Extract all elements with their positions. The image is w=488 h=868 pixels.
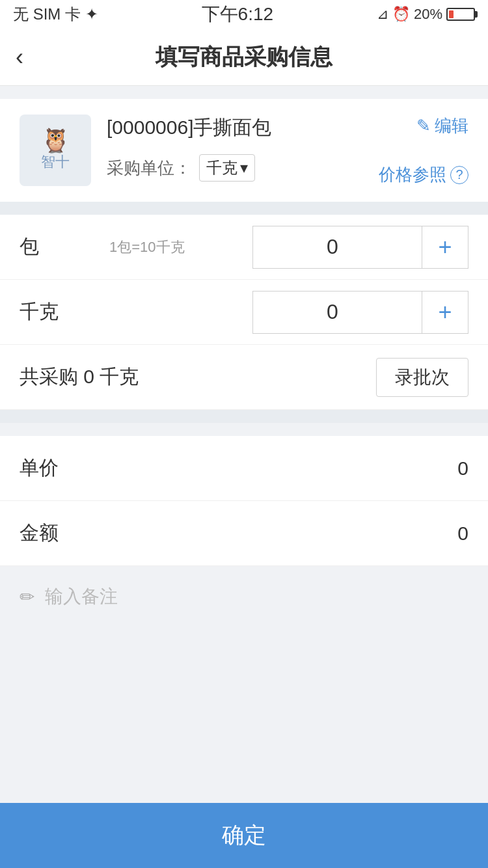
back-button[interactable]: ‹ [16,44,23,71]
info-section: 单价 0 金额 0 [0,436,488,566]
unit-price-value: 0 [457,457,468,480]
kg-label: 千克 [20,299,104,325]
kg-quantity-input[interactable] [252,291,422,334]
section-divider-1 [0,202,488,215]
edit-label: 编辑 [435,115,468,137]
unit-value: 千克 [206,157,237,178]
summary-row: 共采购 0 千克 录批次 [0,345,488,410]
dropdown-icon: ▾ [240,159,248,177]
unit-select[interactable]: 千克 ▾ [199,154,255,182]
product-card: 🦉 智十 [0000006]手撕面包 采购单位： 千克 ▾ ✎ 编辑 价格参照 … [0,99,488,202]
price-ref-label: 价格参照 [379,163,446,186]
price-ref-button[interactable]: 价格参照 ? [379,163,468,186]
status-left: 无 SIM 卡 ✦ [13,4,98,25]
section-divider-2 [0,410,488,423]
product-thumbnail: 🦉 智十 [20,115,91,186]
status-bar: 无 SIM 卡 ✦ 下午6:12 ⊿ ⏰ 20% [0,0,488,29]
unit-price-label: 单价 [20,455,59,481]
bag-sub-label: 1包=10千克 [109,237,185,257]
status-right: ⊿ ⏰ 20% [377,6,475,23]
brand-owl-icon: 🦉 [41,129,70,152]
sim-label: 无 SIM 卡 ✦ [13,4,98,25]
unit-label: 采购单位： [107,157,191,180]
product-name: [0000006]手撕面包 [107,115,468,141]
amount-value: 0 [457,522,468,545]
confirm-button[interactable]: 确定 [0,803,488,868]
kg-plus-button[interactable]: + [422,291,468,334]
help-icon: ? [450,166,468,184]
brand-label: 智十 [41,152,70,172]
kg-input-control: + [252,291,468,334]
bag-label: 包 [20,234,104,260]
edit-icon: ✎ [416,116,431,136]
input-section: 包 1包=10千克 + 千克 + 共采购 0 千克 录批次 [0,215,488,410]
pencil-icon: ✏ [20,586,34,608]
kg-input-row: 千克 + [0,280,488,345]
batch-button[interactable]: 录批次 [376,358,468,397]
bag-input-row: 包 1包=10千克 + [0,215,488,280]
bag-plus-button[interactable]: + [422,226,468,269]
bag-quantity-input[interactable] [252,226,422,269]
unit-price-row: 单价 0 [0,436,488,501]
bag-input-control: + [252,226,468,269]
location-icon: ⊿ [377,6,388,23]
battery-percent: 20% [414,6,442,23]
nav-bar: ‹ 填写商品采购信息 [0,29,488,86]
amount-row: 金额 0 [0,501,488,566]
page-title: 填写商品采购信息 [156,42,332,72]
empty-space [0,627,488,822]
summary-text: 共采购 0 千克 [20,364,139,390]
battery-icon [446,8,475,21]
edit-button[interactable]: ✎ 编辑 [416,115,468,137]
alarm-icon: ⏰ [392,6,410,23]
amount-label: 金额 [20,520,59,547]
remark-placeholder: 输入备注 [45,584,118,609]
remark-section[interactable]: ✏ 输入备注 [0,566,488,627]
status-time: 下午6:12 [202,2,274,27]
